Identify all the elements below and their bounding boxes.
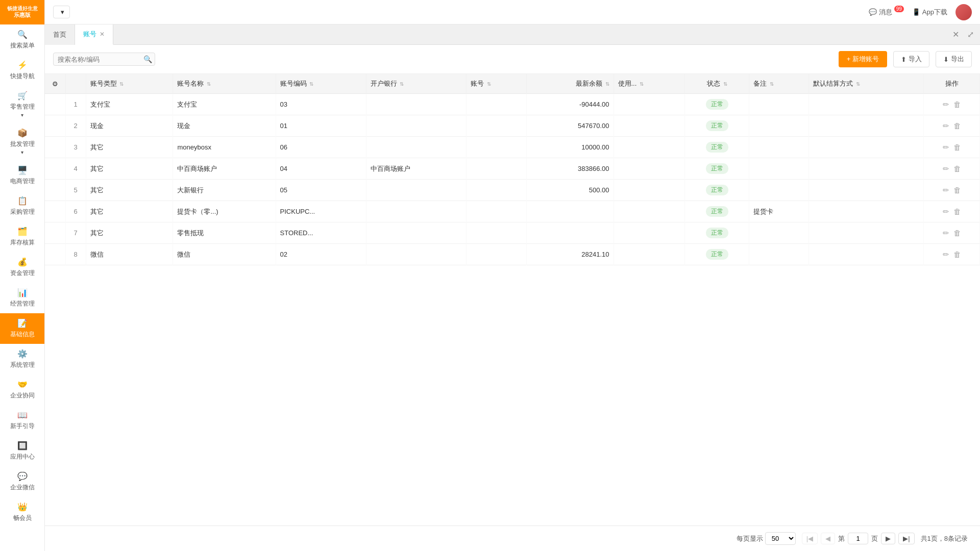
sidebar-item-enterprise-wechat[interactable]: 💬企业微信 [0, 466, 44, 497]
edit-button[interactable]: ✏ [943, 121, 949, 131]
cell-type: 现金 [86, 115, 173, 137]
pagination: 每页显示 50 20 100 |◀ ◀ 第 页 ▶ ▶| 共1页，8条记录 [45, 525, 980, 551]
sidebar: 畅捷通好生意 乐惠版 🔍搜索菜单⚡快捷导航🛒零售管理▾📦批发管理▾🖥️电商管理📋… [0, 0, 45, 551]
sidebar-item-inventory[interactable]: 🗂️库存核算 [0, 221, 44, 252]
page-size-select[interactable]: 50 20 100 [765, 532, 796, 545]
cell-default [809, 222, 924, 244]
tab-home[interactable]: 首页 [45, 24, 75, 45]
th-use[interactable]: 使用... ⇅ [614, 74, 685, 94]
th-status[interactable]: 状态 ⇅ [685, 74, 749, 94]
search-box[interactable]: 🔍 [53, 53, 155, 66]
table-row: 4 其它 中百商场账户 04 中百商场账户 383866.00 正常 ✏ 🗑 [45, 158, 980, 180]
export-button[interactable]: ⬇ 导出 [936, 51, 972, 67]
header-left: ▾ [53, 6, 70, 18]
th-note[interactable]: 备注 ⇅ [749, 74, 809, 94]
logo-text-top: 畅捷通好生意 [7, 6, 38, 12]
status-badge: 正常 [706, 206, 728, 217]
next-page-button[interactable]: ▶ [881, 533, 895, 544]
maximize-icon[interactable]: ⤢ [965, 28, 976, 41]
delete-button[interactable]: 🗑 [953, 143, 961, 152]
cell-status: 正常 [685, 201, 749, 222]
cell-use [614, 222, 685, 244]
cell-settings [45, 115, 65, 137]
cell-num: 3 [65, 137, 86, 158]
delete-button[interactable]: 🗑 [953, 250, 961, 259]
cell-code: STORED... [276, 222, 366, 244]
user-avatar[interactable] [955, 4, 972, 20]
cell-type: 微信 [86, 244, 173, 265]
cell-bank [366, 115, 467, 137]
th-code[interactable]: 账号编码 ⇅ [276, 74, 366, 94]
th-settings[interactable]: ⚙ [45, 74, 65, 94]
cell-status: 正常 [685, 158, 749, 180]
th-balance[interactable]: 最新余额 ⇅ [526, 74, 614, 94]
last-page-button[interactable]: ▶| [898, 533, 914, 544]
tabs-bar: 首页账号✕ ✕ ⤢ [45, 24, 980, 45]
cell-settings [45, 244, 65, 265]
sidebar-item-finance-mgmt[interactable]: 💰资金管理 [0, 252, 44, 283]
app-download-button[interactable]: 📱 App下载 [912, 8, 947, 17]
search-icon[interactable]: 🔍 [143, 55, 152, 63]
edit-button[interactable]: ✏ [943, 164, 949, 173]
delete-button[interactable]: 🗑 [953, 186, 961, 194]
edit-button[interactable]: ✏ [943, 186, 949, 195]
sidebar-item-search-order[interactable]: 🔍搜索菜单 [0, 24, 44, 55]
dropdown-button[interactable]: ▾ [53, 6, 70, 18]
sidebar-item-basic-info[interactable]: 📝基础信息 [0, 313, 44, 344]
sidebar-item-ops-mgmt[interactable]: 📊经营管理 [0, 283, 44, 313]
table-row: 5 其它 大新银行 05 500.00 正常 ✏ 🗑 [45, 180, 980, 201]
cell-code: 04 [276, 158, 366, 180]
cell-account [467, 94, 526, 115]
delete-button[interactable]: 🗑 [953, 164, 961, 173]
sidebar-item-retail-mgmt[interactable]: 🛒零售管理▾ [0, 86, 44, 123]
delete-button[interactable]: 🗑 [953, 207, 961, 216]
sidebar-item-vip-member[interactable]: 👑畅会员 [0, 497, 44, 528]
cell-code: 05 [276, 180, 366, 201]
edit-button[interactable]: ✏ [943, 229, 949, 238]
export-icon: ⬇ [943, 56, 949, 63]
cell-balance [526, 201, 614, 222]
sidebar-item-ecom-mgmt[interactable]: 🖥️电商管理 [0, 160, 44, 191]
th-num [65, 74, 86, 94]
tab-close-account[interactable]: ✕ [100, 31, 105, 38]
search-input[interactable] [58, 56, 143, 63]
cell-balance: 28241.10 [526, 244, 614, 265]
sidebar-item-wholesale-mgmt[interactable]: 📦批发管理▾ [0, 123, 44, 160]
add-account-button[interactable]: + 新增账号 [839, 51, 887, 67]
cell-num: 2 [65, 115, 86, 137]
edit-button[interactable]: ✏ [943, 250, 949, 259]
th-type[interactable]: 账号类型 ⇅ [86, 74, 173, 94]
edit-button[interactable]: ✏ [943, 143, 949, 152]
sidebar-item-app-center[interactable]: 🔲应用中心 [0, 436, 44, 466]
sidebar-label-quick-nav: 快捷导航 [10, 72, 35, 81]
th-name[interactable]: 账号名称 ⇅ [173, 74, 276, 94]
delete-button[interactable]: 🗑 [953, 100, 961, 109]
th-default[interactable]: 默认结算方式 ⇅ [809, 74, 924, 94]
status-badge: 正常 [706, 163, 728, 174]
sidebar-item-quick-nav[interactable]: ⚡快捷导航 [0, 55, 44, 86]
sidebar-icon-ops-mgmt: 📊 [17, 288, 28, 297]
first-page-button[interactable]: |◀ [802, 533, 818, 544]
tab-account[interactable]: 账号✕ [75, 24, 113, 45]
edit-button[interactable]: ✏ [943, 100, 949, 109]
delete-button[interactable]: 🗑 [953, 121, 961, 130]
close-tab-icon[interactable]: ✕ [950, 28, 961, 41]
cell-code: PICKUPC... [276, 201, 366, 222]
delete-button[interactable]: 🗑 [953, 229, 961, 237]
edit-button[interactable]: ✏ [943, 207, 949, 216]
sidebar-item-newbie-guide[interactable]: 📖新手引导 [0, 405, 44, 436]
tabs-actions: ✕ ⤢ [946, 28, 980, 41]
cell-settings [45, 222, 65, 244]
message-button[interactable]: 💬 消息 99 [869, 8, 904, 17]
sidebar-item-enterprise-agreement[interactable]: 🤝企业协同 [0, 374, 44, 405]
page-input[interactable] [848, 533, 868, 544]
sidebar-item-sys-mgmt[interactable]: ⚙️系统管理 [0, 344, 44, 374]
th-account[interactable]: 账号 ⇅ [467, 74, 526, 94]
prev-page-button[interactable]: ◀ [821, 533, 835, 544]
sidebar-label-sys-mgmt: 系统管理 [10, 361, 35, 369]
table-row: 7 其它 零售抵现 STORED... 正常 ✏ 🗑 [45, 222, 980, 244]
sidebar-item-purchase-mgmt[interactable]: 📋采购管理 [0, 191, 44, 221]
import-button[interactable]: ⬆ 导入 [893, 51, 929, 67]
sidebar-label-ecom-mgmt: 电商管理 [10, 177, 35, 186]
th-bank[interactable]: 开户银行 ⇅ [366, 74, 467, 94]
